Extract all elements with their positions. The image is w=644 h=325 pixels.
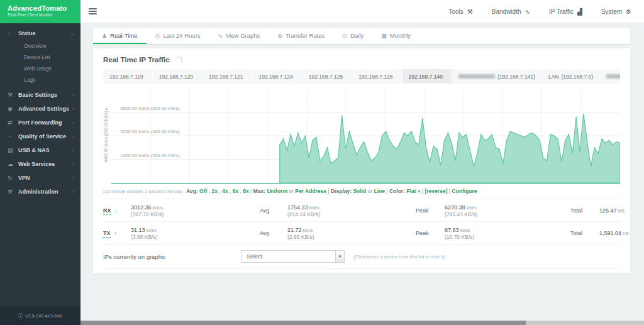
sidebar-sections: ⚒ Basic Settings › ◉ Advanced Settings ›…: [0, 88, 80, 199]
topbar-menu-icon: ⚙: [626, 8, 631, 15]
direction-label: TX ↑: [103, 230, 131, 236]
topbar-menu-icon: ∿: [525, 8, 530, 15]
sidebar-item[interactable]: ◔ Quality of Service ›: [0, 129, 80, 143]
section-icon: ◔: [8, 133, 18, 140]
device-ip-tab[interactable]: 192.168.7.119: [103, 69, 152, 84]
topbar-menu-item[interactable]: IP Traffic ▟: [549, 8, 582, 15]
sidebar-item-label: Advanced Settings: [18, 106, 72, 112]
section-icon: ▤: [8, 147, 18, 153]
sidebar-subitem[interactable]: Device List: [0, 52, 80, 63]
device-ip-label: 192.168.7.124: [258, 74, 292, 80]
device-ip-tab[interactable]: 192.168.7.125: [303, 69, 352, 84]
panel-title: Real Time IP Traffic: [103, 56, 170, 63]
view-tab[interactable]: ♟ Real-Time: [93, 28, 147, 44]
hamburger-menu-icon[interactable]: [89, 8, 97, 14]
current-rate: 3012.36kbit/s (367.72 KB/s): [131, 202, 260, 218]
sidebar-item[interactable]: ↻ VPN ›: [0, 171, 80, 185]
sidebar-item[interactable]: ☁ Web Services ›: [0, 157, 80, 171]
graph-control-segment[interactable]: 2x: [211, 188, 217, 194]
device-ip-tab[interactable]: LAN (192.168.7.0): [542, 69, 599, 84]
device-ip-tab[interactable]: (192.168.7.141): [452, 69, 541, 84]
graph-control-segment: Max:: [253, 188, 267, 194]
ips-on-graphic-select[interactable]: Select ▼: [241, 250, 345, 263]
graph-control-segment[interactable]: Configure: [452, 188, 477, 194]
section-icon: ◉: [8, 106, 18, 112]
brand-logo[interactable]: AdvancedTomato Real-Time Client Monitor: [0, 0, 80, 23]
device-ip-address: (192.168.7.0): [561, 74, 593, 80]
horizontal-scrollbar-thumb[interactable]: [80, 321, 526, 325]
device-ip-tab[interactable]: 192.168.7.140: [402, 69, 452, 84]
topbar-menu-label: IP Traffic: [549, 8, 574, 15]
view-tabs: ♟ Real-Time ◷ Last 24 Hours ∿ View Graph…: [93, 28, 630, 44]
sidebar-subitem[interactable]: Overview: [0, 40, 80, 52]
graph-control-segment[interactable]: [reverse]: [425, 188, 447, 194]
device-ip-tab[interactable]: 192.168.7.128: [352, 69, 401, 84]
graph-control-segment[interactable]: Solid: [353, 188, 366, 194]
dropdown-arrow-icon: ▼: [335, 251, 344, 262]
current-rate: 31.13kbit/s (3.80 KB/s): [131, 225, 260, 241]
sidebar-status-submenu: OverviewDevice ListWeb UsageLogs: [0, 40, 80, 88]
graph-control-segment[interactable]: Off: [199, 188, 207, 194]
y-axis-label: 6400.00 kbit/s (800.00 KB/s) ▸: [104, 91, 109, 179]
graph-control-segment: (10 minute window, 2 second interval) -: [103, 189, 186, 194]
graph-control-segment[interactable]: 4x: [222, 188, 228, 194]
graph-control-segment[interactable]: Per Address: [295, 188, 326, 194]
device-ip-tab[interactable]: 192.168.7.121: [203, 69, 252, 84]
graph-control-segment: Avg:: [186, 188, 199, 194]
sidebar-item[interactable]: ◉ Advanced Settings ›: [0, 102, 80, 116]
device-ip-tab[interactable]: 192.168.7.120: [153, 69, 202, 84]
peak-label: Peak: [416, 230, 445, 236]
direction-arrow-icon: ↓: [114, 207, 118, 214]
topbar-menu-item[interactable]: System ⚙: [601, 8, 631, 15]
hidden-addresses-row: Hidden addresses Select ▼ (Click/select …: [103, 269, 620, 273]
topbar-menu-item[interactable]: Tools ⚒: [448, 8, 472, 15]
tab-label: Real-Time: [110, 32, 137, 39]
ips-on-graphic-label: IPs currently on graphic: [103, 253, 232, 260]
chevron-right-icon: ›: [72, 120, 74, 126]
version-text: v3.5-140 AIO-64K: [25, 313, 63, 319]
ips-on-graphic-row: IPs currently on graphic Select ▼ (Click…: [103, 245, 620, 269]
brand-subtitle: Real-Time Client Monitor: [8, 13, 80, 17]
graph-control-segment[interactable]: Line: [374, 188, 385, 194]
sidebar-subitem[interactable]: Web Usage: [0, 63, 80, 74]
topbar: Tools ⚒ Bandwidth ∿ IP Traffic ▟ System …: [80, 0, 644, 23]
grid-label: 1600.00 kbit/s (200.00 KB/s): [120, 153, 180, 158]
sidebar-subitem[interactable]: Logs: [0, 74, 80, 85]
redacted-hostname: [458, 74, 495, 79]
tab-label: Daily: [350, 32, 364, 39]
tab-icon: ▦: [381, 33, 387, 39]
device-ip-tabs: 192.168.7.119 192.168.7.120 192.168.7.12…: [103, 69, 620, 84]
sidebar-item-label: Administration: [18, 189, 72, 195]
graph-control-segment[interactable]: 6x: [233, 188, 238, 194]
device-ip-tab[interactable]: (192.168.7.150): [600, 69, 620, 84]
view-tab[interactable]: ◴ Daily: [333, 28, 372, 44]
traffic-chart-plot: 4800.00 kbit/s (600.00 KB/s)3200.00 kbit…: [111, 89, 620, 184]
tab-label: Transfer Rates: [286, 32, 325, 39]
sidebar-item[interactable]: ⇄ Port Forwarding ›: [0, 116, 80, 129]
sidebar-item-status[interactable]: ⌂ Status ⌄: [0, 26, 80, 40]
sidebar-item[interactable]: ⚒ Basic Settings ›: [0, 88, 80, 102]
graph-control-segment[interactable]: Uniform: [267, 188, 287, 194]
loading-spinner-icon: [175, 57, 182, 63]
horizontal-scrollbar[interactable]: [80, 321, 644, 325]
sidebar-nav: ⌂ Status ⌄ OverviewDevice ListWeb UsageL…: [0, 23, 80, 199]
view-tab[interactable]: ⊕ Transfer Rates: [269, 28, 333, 44]
graph-control-segment[interactable]: 8x: [243, 188, 248, 194]
topbar-menu-item[interactable]: Bandwidth ∿: [492, 8, 530, 15]
chevron-right-icon: ›: [72, 106, 74, 112]
view-tab[interactable]: ∿ View Graphs: [209, 28, 269, 44]
sidebar-item-label: Status: [18, 30, 70, 36]
graph-control-segment[interactable]: Flat »: [406, 188, 420, 194]
view-tab[interactable]: ◷ Last 24 Hours: [147, 28, 209, 44]
sidebar-item-label: Web Services: [18, 161, 72, 167]
graph-control-segment: Color:: [389, 188, 406, 194]
tab-icon: ⊕: [277, 33, 282, 39]
device-ip-tab[interactable]: 192.168.7.124: [252, 69, 301, 84]
sidebar-item[interactable]: ⚒ Administration ›: [0, 185, 80, 199]
sidebar-item[interactable]: ▤ USB & NAS ›: [0, 143, 80, 157]
device-ip-label: 192.168.7.128: [358, 74, 392, 80]
topbar-menu-label: Bandwidth: [492, 8, 521, 15]
topbar-menu-icon: ▟: [577, 8, 582, 15]
total-value: 125.47MB: [599, 207, 625, 214]
view-tab[interactable]: ▦ Monthly: [372, 28, 419, 44]
